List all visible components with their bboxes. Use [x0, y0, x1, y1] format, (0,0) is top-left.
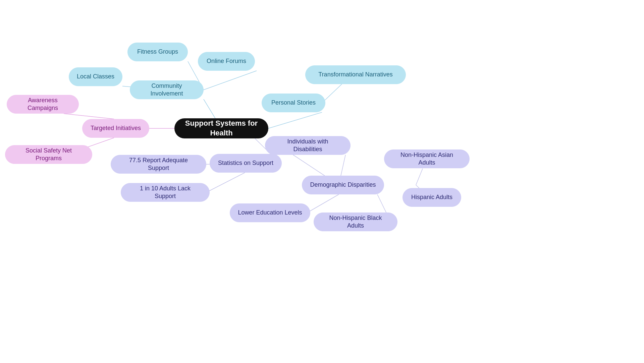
- fitness-groups-node: Fitness Groups: [127, 43, 188, 61]
- local-classes-node: Local Classes: [69, 67, 122, 86]
- svg-line-11: [206, 173, 245, 192]
- online-forums-node: Online Forums: [198, 52, 255, 71]
- non-hispanic-asian-node: Non-Hispanic Asian Adults: [384, 149, 470, 168]
- awareness-campaigns-node: Awareness Campaigns: [7, 95, 79, 114]
- community-involvement-node: Community Involvement: [130, 80, 204, 99]
- demographic-disparities-node: Demographic Disparities: [302, 176, 384, 194]
- non-hispanic-black-node: Non-Hispanic Black Adults: [314, 213, 397, 231]
- svg-line-17: [416, 169, 423, 185]
- personal-stories-node: Personal Stories: [262, 94, 325, 112]
- svg-line-5: [322, 84, 342, 103]
- svg-line-7: [64, 114, 114, 119]
- social-safety-net-node: Social Safety Net Programs: [5, 145, 92, 164]
- individuals-disabilities-node: Individuals with Disabilities: [265, 136, 351, 155]
- adequate-support-node: 77.5 Report Adequate Support: [111, 155, 206, 174]
- svg-line-14: [307, 194, 339, 213]
- svg-line-4: [268, 112, 322, 128]
- transformational-narratives-node: Transformational Narratives: [305, 65, 406, 84]
- hispanic-adults-node: Hispanic Adults: [402, 188, 461, 207]
- svg-line-2: [204, 71, 257, 90]
- lack-support-node: 1 in 10 Adults Lack Support: [121, 183, 210, 202]
- center-node: Support Systems for Health: [174, 118, 268, 138]
- statistics-on-support-node: Statistics on Support: [210, 154, 282, 173]
- lower-education-node: Lower Education Levels: [230, 203, 310, 222]
- targeted-initiatives-node: Targeted Initiatives: [82, 119, 149, 138]
